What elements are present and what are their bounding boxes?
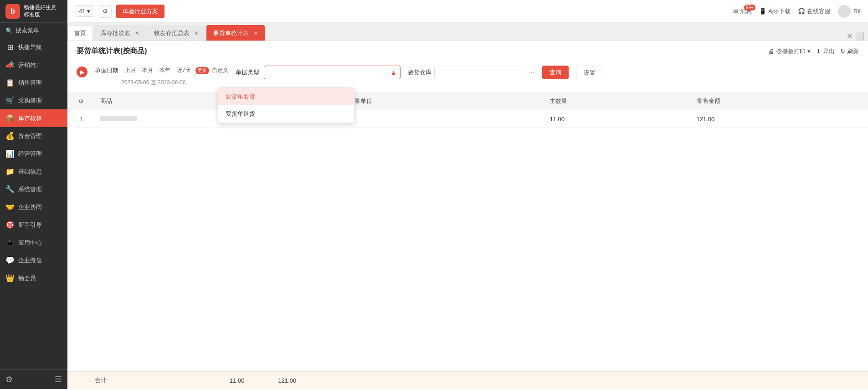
nav-label-member: 畅会员 — [18, 274, 36, 282]
dropdown-item-yaohuo-return[interactable]: 要货单退货 — [218, 105, 354, 123]
sidebar: b 畅捷通好生意 标准版 🔍 搜索菜单 ⊞ 快捷导航 📣 营销推广 📋 销售管理… — [0, 0, 67, 389]
print-dropdown-icon: ▾ — [807, 48, 811, 55]
date-filter-row: 单据日期 上月 本月 本年 近7天 更多 自定义 — [95, 66, 228, 75]
online-service-button[interactable]: 🎧 在线客服 — [798, 7, 831, 15]
nav-label-inventory: 库存核算 — [18, 114, 42, 123]
app-download-button[interactable]: 📱 App下载 — [759, 7, 791, 15]
nav-label-guide: 新手引导 — [18, 221, 42, 229]
print-icon: 🖨 — [768, 48, 774, 55]
topbar-settings-button[interactable]: ⚙ — [99, 5, 112, 18]
export-button[interactable]: ⬇ 导出 — [816, 47, 835, 56]
nav-icon-cooperation: 🤝 — [5, 203, 15, 211]
query-button[interactable]: 查询 — [542, 66, 569, 79]
nav-label-finance: 资金管理 — [18, 132, 42, 140]
sidebar-item-inventory[interactable]: 📦 库存核算 — [0, 109, 67, 127]
expand-tab-button[interactable]: ⬜ — [855, 32, 864, 41]
store-selector[interactable]: 41 ▾ — [75, 5, 94, 17]
sidebar-item-purchase[interactable]: 🛒 采购管理 — [0, 92, 67, 109]
tab-home[interactable]: 首页 — [67, 25, 93, 41]
date-range-display: 2023-05-06 至 2023-06-06 — [121, 79, 185, 87]
sidebar-footer: ⚙ ☰ — [0, 369, 67, 389]
trial-button[interactable]: 体验行业方案 — [116, 5, 164, 18]
type-select-wrapper: ▲ — [264, 66, 401, 79]
page-title: 要货单统计表(按商品) — [77, 46, 147, 56]
close-all-tabs-button[interactable]: ✕ — [847, 32, 853, 41]
topbar-left: 41 ▾ ⚙ 体验行业方案 — [75, 5, 728, 18]
nav-icon-member: 👑 — [5, 274, 15, 282]
nav-icon-system: 🔧 — [5, 185, 15, 194]
nav-icon-sales: 📋 — [5, 78, 15, 87]
sidebar-header: b 畅捷通好生意 标准版 — [0, 0, 67, 23]
type-select-input[interactable] — [264, 66, 401, 79]
sidebar-item-member[interactable]: 👑 畅会员 — [0, 269, 67, 287]
sidebar-item-basic-info[interactable]: 📁 基础信息 — [0, 163, 67, 180]
cell-no: 1 — [67, 110, 95, 128]
nav-icon-quick-nav: ⊞ — [5, 43, 15, 51]
filter-expand-button[interactable]: ▶ — [77, 67, 87, 77]
dropdown-icon: ▾ — [87, 8, 90, 15]
settings-icon[interactable]: ⚙ — [5, 374, 13, 384]
sidebar-item-app-center[interactable]: 📱 应用中心 — [0, 234, 67, 251]
filter-more-button[interactable]: ··· — [528, 68, 535, 77]
tab-close-receivable-summary[interactable]: ✕ — [194, 30, 199, 36]
sidebar-item-wechat[interactable]: 💬 企业微信 — [0, 251, 67, 269]
sidebar-item-sales[interactable]: 📋 销售管理 — [0, 74, 67, 92]
nav-label-basic-info: 基础信息 — [18, 168, 42, 176]
messages-button[interactable]: ✉ 消息 99+ — [733, 7, 752, 15]
user-name: Rit — [853, 8, 861, 15]
topbar: 41 ▾ ⚙ 体验行业方案 ✉ 消息 99+ 📱 App下载 🎧 在线客服 R — [67, 0, 868, 23]
nav-label-cooperation: 企业协同 — [18, 203, 42, 211]
user-avatar — [838, 5, 851, 18]
tab-inventory-batch[interactable]: 库存批次账✕ — [94, 25, 146, 41]
nav-icon-marketing: 📣 — [5, 61, 15, 69]
sidebar-item-guide[interactable]: 🎯 新手引导 — [0, 216, 67, 234]
filter-bar: ▶ 单据日期 上月 本月 本年 近7天 更多 自定义 2023-05-06 至 … — [67, 60, 868, 92]
col-quantity-header: 主数量 — [544, 92, 691, 110]
tabs-bar: 首页库存批次账✕收发存汇总表✕要货单统计表✕ ✕ ⬜ — [67, 23, 868, 41]
date-this-year[interactable]: 本年 — [158, 66, 172, 75]
date-more-badge[interactable]: 更多 — [195, 67, 209, 74]
nav-label-system: 系统管理 — [18, 185, 42, 194]
date-custom-button[interactable]: 自定义 — [212, 67, 228, 74]
nav-icon-wechat: 💬 — [5, 256, 15, 265]
service-icon: 🎧 — [798, 8, 805, 15]
sidebar-item-finance[interactable]: 💰 资金管理 — [0, 127, 67, 145]
sidebar-search[interactable]: 🔍 搜索菜单 — [0, 23, 67, 38]
page-header: 要货单统计表(按商品) 🖨 按模板打印 ▾ ⬇ 导出 ↻ 刷新 — [67, 41, 868, 60]
nav-label-operations: 经营管理 — [18, 150, 42, 158]
tab-close-inventory-batch[interactable]: ✕ — [135, 30, 139, 36]
sidebar-item-operations[interactable]: 📊 经营管理 — [0, 145, 67, 163]
sidebar-item-system[interactable]: 🔧 系统管理 — [0, 180, 67, 198]
tab-receivable-summary[interactable]: 收发存汇总表✕ — [147, 25, 205, 41]
table-footer: 合计 11.00 121.00 — [67, 371, 868, 389]
date-this-month[interactable]: 本月 — [140, 66, 155, 75]
refresh-button[interactable]: ↻ 刷新 — [840, 47, 859, 56]
date-last-7-days[interactable]: 近7天 — [175, 66, 193, 75]
page-header-actions: 🖨 按模板打印 ▾ ⬇ 导出 ↻ 刷新 — [768, 47, 859, 56]
sidebar-item-cooperation[interactable]: 🤝 企业协同 — [0, 198, 67, 216]
store-number: 41 — [79, 8, 85, 15]
print-template-button[interactable]: 🖨 按模板打印 ▾ — [768, 47, 811, 56]
warehouse-filter-input[interactable] — [434, 66, 525, 79]
data-table: ⚙ 商品 主计量单位 主数量 零售金额 1 块 11.00 — [67, 92, 868, 128]
date-last-month[interactable]: 上月 — [123, 66, 138, 75]
sidebar-item-marketing[interactable]: 📣 营销推广 — [0, 56, 67, 74]
col-settings-header[interactable]: ⚙ — [67, 92, 95, 110]
sidebar-item-quick-nav[interactable]: ⊞ 快捷导航 — [0, 38, 67, 56]
tab-close-order-summary[interactable]: ✕ — [253, 30, 258, 36]
menu-toggle-icon[interactable]: ☰ — [55, 374, 62, 384]
dropdown-item-yaohuo[interactable]: 要货单要货 — [218, 88, 354, 105]
settings-button[interactable]: 设置 — [576, 66, 603, 80]
cell-quantity: 11.00 — [544, 110, 691, 128]
nav-icon-inventory: 📦 — [5, 114, 15, 123]
nav-label-app-center: 应用中心 — [18, 239, 42, 247]
nav-label-purchase: 采购管理 — [18, 97, 42, 105]
app-icon: 📱 — [759, 8, 766, 15]
refresh-icon: ↻ — [840, 48, 845, 55]
topbar-right: ✉ 消息 99+ 📱 App下载 🎧 在线客服 Rit — [733, 5, 861, 18]
tab-order-summary[interactable]: 要货单统计表✕ — [206, 25, 265, 41]
warehouse-filter-label: 要货仓库 — [408, 68, 431, 77]
type-filter-label: 单据类型 — [236, 68, 259, 77]
type-dropdown: 要货单要货要货单退货 — [218, 87, 354, 123]
user-avatar-button[interactable]: Rit — [838, 5, 861, 18]
